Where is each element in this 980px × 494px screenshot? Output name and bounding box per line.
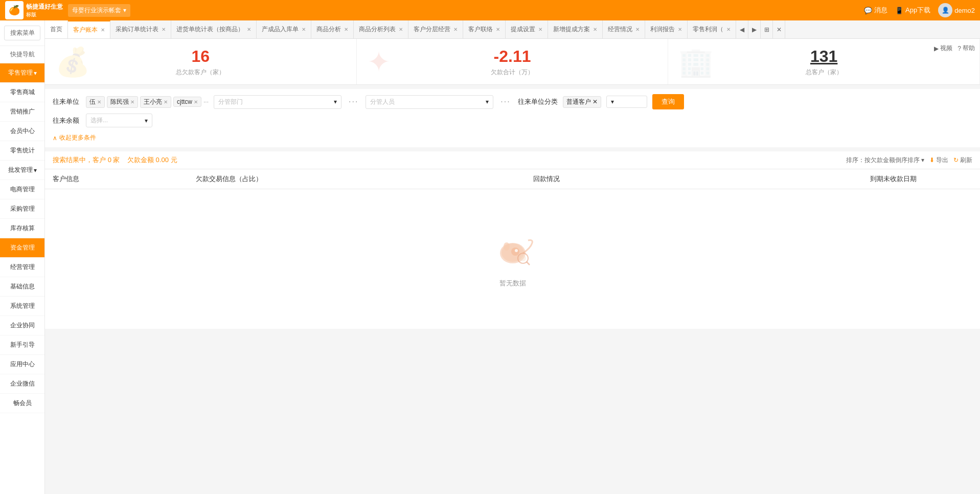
sort-select[interactable]: 排序：按欠款金额倒序排序 ▾ <box>846 156 924 165</box>
sidebar-item-ecommerce[interactable]: 电商管理 <box>0 180 44 199</box>
sidebar-item-member[interactable]: 会员中心 <box>0 122 44 141</box>
top-bar-right: 💬 消息 📱 App下载 👤 demo2 <box>864 3 975 17</box>
sidebar-item-new-user[interactable]: 新手引导 <box>0 335 44 355</box>
collapse-btn[interactable]: ∧ 收起更多条件 <box>53 133 972 142</box>
sidebar-item-purchase[interactable]: 采购管理 <box>0 199 44 219</box>
results-info: 搜索结果中，客户 0 家 欠款金额 0.00 元 <box>53 155 177 165</box>
top-bar-left: 🍊 畅捷通好生意 标版 母婴行业演示帐套 ▾ <box>5 1 130 19</box>
close-tab-biz[interactable]: ✕ <box>635 27 640 32</box>
table-header: 客户信息 欠款交易信息（占比） 回款情况 到期未收款日期 <box>45 169 980 189</box>
sidebar-item-enterprise[interactable]: 企业协同 <box>0 316 44 335</box>
tab-customer-contact[interactable]: 客户联络 ✕ <box>463 20 506 39</box>
remove-class-tag[interactable]: ✕ <box>592 98 598 105</box>
tab-product-instock[interactable]: 产成品入库单 ✕ <box>257 20 311 39</box>
sidebar-item-retail[interactable]: 零售管理 ▾ <box>0 63 44 83</box>
tab-close-all-btn[interactable]: ✕ <box>773 20 785 39</box>
close-tab-retail-profit[interactable]: ✕ <box>726 27 731 32</box>
svg-point-7 <box>520 255 526 261</box>
search-menu-btn[interactable]: 搜索菜单 <box>4 26 40 40</box>
sidebar-item-retail-stat[interactable]: 零售统计 <box>0 141 44 161</box>
tab-retail-profit[interactable]: 零售利润（ ✕ <box>688 20 736 39</box>
sidebar-item-wholesale[interactable]: 批发管理 ▾ <box>0 161 44 180</box>
close-tab-analysis-list[interactable]: ✕ <box>399 27 403 32</box>
quick-nav-btn[interactable]: 快捷导航 <box>0 46 44 63</box>
tab-expand-btn[interactable]: ⊞ <box>761 20 773 39</box>
unit-class-dropdown[interactable]: ▾ <box>606 96 647 108</box>
close-tab-new-promo[interactable]: ✕ <box>593 27 597 32</box>
remove-tag-cjttcw[interactable]: ✕ <box>194 99 198 105</box>
tab-customer-seg[interactable]: 客户分层经营 ✕ <box>408 20 463 39</box>
chevron-icon-wholesale: ▾ <box>34 167 37 174</box>
close-tab-promo[interactable]: ✕ <box>538 27 542 32</box>
top-bar: 🍊 畅捷通好生意 标版 母婴行业演示帐套 ▾ 💬 消息 📱 App下载 � <box>0 0 980 20</box>
close-tab-instock[interactable]: ✕ <box>302 27 306 32</box>
tab-promo-settings[interactable]: 提成设置 ✕ <box>506 20 548 39</box>
account-selector[interactable]: 母婴行业演示帐套 ▾ <box>68 4 130 17</box>
remove-tag-wu[interactable]: ✕ <box>97 99 101 105</box>
sidebar-item-inventory[interactable]: 库存核算 <box>0 219 44 238</box>
sidebar-item-retail-mall[interactable]: 零售商城 <box>0 83 44 102</box>
dept-chevron: ▾ <box>334 98 337 105</box>
unit-class-chevron: ▾ <box>611 98 614 105</box>
query-button[interactable]: 查询 <box>652 94 684 109</box>
tab-customer-account[interactable]: 客户账本 ✕ <box>68 20 110 39</box>
sidebar-item-operations[interactable]: 经营管理 <box>0 258 44 277</box>
sort-label: 排序：按欠款金额倒序排序 <box>846 156 920 165</box>
filter-more-btn[interactable]: ··· <box>203 98 209 105</box>
close-tab-profit[interactable]: ✕ <box>678 27 682 32</box>
close-tab-import[interactable]: ✕ <box>247 27 251 32</box>
close-tab-analysis[interactable]: ✕ <box>344 27 348 32</box>
tab-purchase-order[interactable]: 采购订单统计表 ✕ <box>110 20 171 39</box>
app-download-btn[interactable]: 📱 App下载 <box>895 6 930 15</box>
tab-profit-report[interactable]: 利润报告 ✕ <box>645 20 688 39</box>
play-icon: ▶ <box>934 45 939 52</box>
tab-bar: 首页 客户账本 ✕ 采购订单统计表 ✕ 进货单统计表（按商品） ✕ 产成品入库单… <box>45 20 980 39</box>
video-btn[interactable]: ▶ 视频 <box>934 44 952 53</box>
dept-more-btn[interactable]: ··· <box>347 97 360 106</box>
stat-total-amount: ✦ -2.11 欠款合计（万） <box>357 39 669 84</box>
person-more-btn[interactable]: ··· <box>498 97 512 106</box>
refresh-btn[interactable]: ↻ 刷新 <box>953 156 972 165</box>
stat-customers-value: 16 <box>192 47 210 66</box>
avatar: 👤 <box>938 3 952 17</box>
person-filter[interactable]: 分管人员 ▾ <box>366 95 493 109</box>
stat-all-value[interactable]: 131 <box>810 47 837 66</box>
page-content: 💰 16 总欠款客户（家） ✦ -2.11 欠款合计（万） 🏢 131 总客户（… <box>45 39 980 494</box>
close-tab-purchase[interactable]: ✕ <box>162 27 166 32</box>
stat-amount-label: 欠款合计（万） <box>491 68 534 77</box>
logo-area: 🍊 畅捷通好生意 标版 <box>5 1 63 19</box>
sidebar-item-system[interactable]: 系统管理 <box>0 297 44 316</box>
close-tab-customer-account[interactable]: ✕ <box>101 27 105 33</box>
remove-tag-chen[interactable]: ✕ <box>130 99 134 105</box>
sidebar-item-enterprise-wechat[interactable]: 企业微信 <box>0 374 44 394</box>
sidebar-search-area: 搜索菜单 <box>0 20 44 46</box>
tab-import-stat[interactable]: 进货单统计表（按商品） ✕ <box>171 20 257 39</box>
message-btn[interactable]: 💬 消息 <box>864 6 887 15</box>
stat-amount-value: -2.11 <box>494 47 531 66</box>
tab-new-promo[interactable]: 新增提成方案 ✕ <box>548 20 603 39</box>
tab-product-analysis-list[interactable]: 商品分析列表 ✕ <box>354 20 408 39</box>
tab-home[interactable]: 首页 <box>45 20 68 39</box>
sidebar-item-vip[interactable]: 畅会员 <box>0 394 44 413</box>
tab-product-analysis[interactable]: 商品分析 ✕ <box>311 20 354 39</box>
stat-total-customers: 💰 16 总欠款客户（家） <box>45 39 357 84</box>
sidebar-item-app-center[interactable]: 应用中心 <box>0 355 44 374</box>
tab-prev-btn[interactable]: ◀ <box>736 20 748 39</box>
balance-filter[interactable]: 选择... ▾ <box>86 114 152 127</box>
sidebar-item-finance[interactable]: 资金管理 <box>0 238 44 258</box>
sidebar-item-marketing[interactable]: 营销推广 <box>0 102 44 122</box>
tab-next-btn[interactable]: ▶ <box>748 20 761 39</box>
stat-all-label: 总客户（家） <box>806 68 842 77</box>
sidebar-item-basic-info[interactable]: 基础信息 <box>0 277 44 297</box>
close-tab-contact[interactable]: ✕ <box>496 27 500 32</box>
chevron-up-icon: ∧ <box>53 134 57 142</box>
tab-biz-status[interactable]: 经营情况 ✕ <box>603 20 645 39</box>
content-area: 首页 客户账本 ✕ 采购订单统计表 ✕ 进货单统计表（按商品） ✕ 产成品入库单… <box>45 20 980 494</box>
user-menu[interactable]: 👤 demo2 <box>938 3 975 17</box>
export-btn[interactable]: ⬇ 导出 <box>929 156 948 165</box>
help-btn[interactable]: ? 帮助 <box>958 44 975 53</box>
remove-tag-wang[interactable]: ✕ <box>164 99 168 105</box>
unit-tag-chen: 陈民强 ✕ <box>107 96 138 108</box>
dept-filter[interactable]: 分管部门 ▾ <box>214 95 341 109</box>
close-tab-seg[interactable]: ✕ <box>453 27 458 32</box>
